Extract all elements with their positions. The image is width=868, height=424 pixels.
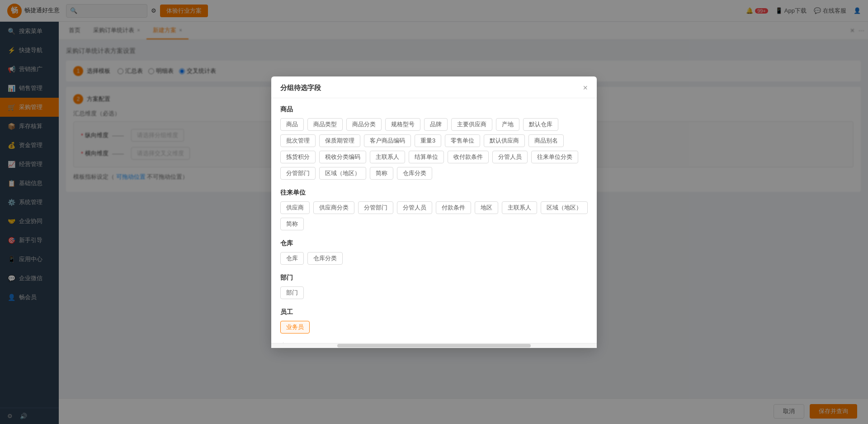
field-tag-p23[interactable]: 分管部门	[280, 167, 316, 180]
field-tag-p26[interactable]: 仓库分类	[397, 167, 432, 180]
field-tag-p7[interactable]: 产地	[496, 118, 519, 131]
field-tag-p4[interactable]: 规格型号	[385, 118, 420, 131]
field-tag-p15[interactable]: 商品别名	[528, 134, 564, 147]
department-section-title: 部门	[280, 274, 588, 282]
field-tag-pa5[interactable]: 付款条件	[436, 201, 471, 214]
product-section-title: 商品	[280, 105, 588, 114]
field-section-department: 部门 部门	[280, 274, 588, 299]
product-field-tags: 商品 商品类型 商品分类 规格型号 品牌 主要供应商 产地 默认仓库 批次管理 …	[280, 118, 588, 180]
modal-body: 商品 商品 商品类型 商品分类 规格型号 品牌 主要供应商 产地 默认仓库 批次…	[271, 98, 597, 343]
field-section-product: 商品 商品 商品类型 商品分类 规格型号 品牌 主要供应商 产地 默认仓库 批次…	[280, 105, 588, 180]
field-tag-e1[interactable]: 业务员	[280, 321, 310, 333]
field-section-employee: 员工 业务员	[280, 308, 588, 333]
field-tag-pa6[interactable]: 地区	[475, 201, 498, 214]
modal-overlay: 分组待选字段 × 商品 商品 商品类型 商品分类 规格型号 品牌 主要供应商 产…	[0, 0, 868, 424]
field-tag-p20[interactable]: 收付款条件	[448, 151, 489, 163]
employee-section-title: 员工	[280, 308, 588, 316]
modal-hscrollbar[interactable]	[271, 343, 597, 348]
field-tag-p8[interactable]: 默认仓库	[523, 118, 558, 131]
field-tag-p9[interactable]: 批次管理	[280, 134, 316, 147]
field-tag-w2[interactable]: 仓库分类	[307, 252, 343, 265]
field-tag-p19[interactable]: 结算单位	[409, 151, 444, 163]
field-tag-p11[interactable]: 客户商品编码	[364, 134, 411, 147]
field-tag-pa2[interactable]: 供应商分类	[313, 201, 354, 214]
warehouse-field-tags: 仓库 仓库分类	[280, 252, 588, 265]
field-tag-p2[interactable]: 商品类型	[307, 118, 343, 131]
field-tag-p10[interactable]: 保质期管理	[319, 134, 360, 147]
partner-section-title: 往来单位	[280, 189, 588, 197]
field-tag-w1[interactable]: 仓库	[280, 252, 304, 265]
partner-field-tags: 供应商 供应商分类 分管部门 分管人员 付款条件 地区 主联系人 区域（地区） …	[280, 201, 588, 230]
field-tag-pa4[interactable]: 分管人员	[397, 201, 432, 214]
modal-title: 分组待选字段	[280, 84, 321, 92]
field-tag-p21[interactable]: 分管人员	[492, 151, 528, 163]
employee-field-tags: 业务员	[280, 321, 588, 333]
field-tag-p6[interactable]: 主要供应商	[451, 118, 492, 131]
department-field-tags: 部门	[280, 286, 588, 299]
field-tag-p25[interactable]: 简称	[370, 167, 393, 180]
field-tag-p17[interactable]: 税收分类编码	[319, 151, 366, 163]
field-section-warehouse: 仓库 仓库 仓库分类	[280, 239, 588, 265]
field-tag-p16[interactable]: 拣货积分	[280, 151, 316, 163]
field-tag-p18[interactable]: 主联系人	[370, 151, 405, 163]
field-tag-pa1[interactable]: 供应商	[280, 201, 310, 214]
modal-dialog: 分组待选字段 × 商品 商品 商品类型 商品分类 规格型号 品牌 主要供应商 产…	[271, 76, 597, 348]
field-tag-p22[interactable]: 往来单位分类	[531, 151, 578, 163]
modal-hscroll-thumb	[337, 344, 530, 348]
field-section-partner: 往来单位 供应商 供应商分类 分管部门 分管人员 付款条件 地区 主联系人 区域…	[280, 189, 588, 230]
field-tag-p14[interactable]: 默认供应商	[484, 134, 525, 147]
field-tag-p24[interactable]: 区域（地区）	[319, 167, 366, 180]
modal-close-button[interactable]: ×	[583, 84, 588, 92]
field-tag-p3[interactable]: 商品分类	[346, 118, 382, 131]
field-tag-pa7[interactable]: 主联系人	[502, 201, 537, 214]
field-tag-p12[interactable]: 重量3	[415, 134, 441, 147]
field-tag-p5[interactable]: 品牌	[424, 118, 448, 131]
field-tag-p13[interactable]: 零售单位	[445, 134, 480, 147]
field-tag-pa3[interactable]: 分管部门	[358, 201, 393, 214]
modal-header: 分组待选字段 ×	[271, 76, 597, 98]
field-tag-d1[interactable]: 部门	[280, 286, 304, 299]
warehouse-section-title: 仓库	[280, 239, 588, 248]
field-tag-p1[interactable]: 商品	[280, 118, 304, 131]
field-tag-pa8[interactable]: 区域（地区）	[541, 201, 588, 214]
field-tag-pa9[interactable]: 简称	[280, 218, 304, 230]
